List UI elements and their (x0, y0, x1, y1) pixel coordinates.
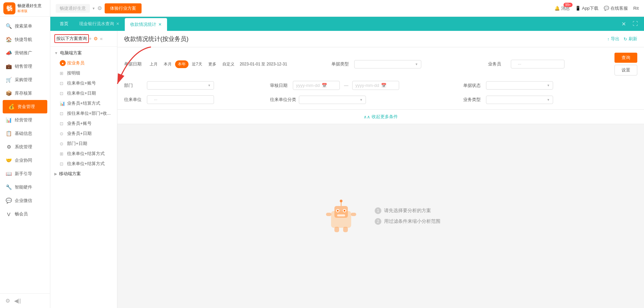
window-maximize-icon[interactable]: ⛶ (631, 21, 640, 27)
scheme-item-by-salesperson[interactable]: ● 按业务员 (50, 58, 117, 68)
scheme-item-salesperson-account[interactable]: ⊡ 业务员+账号 (50, 118, 117, 129)
date-tab-this-year[interactable]: 本年 (175, 60, 189, 68)
tip-1-text: 请先选择要分析的方案 (384, 208, 431, 214)
scheme-item-unit-dept-collection[interactable]: ⊡ 按往来单位+部门+收... (50, 108, 117, 118)
scheme-item-salesperson-settlement[interactable]: 📊 业务员+结算方式 (50, 98, 117, 108)
counterpart-input[interactable]: ··· (147, 95, 214, 104)
date-tab-last-month[interactable]: 上月 (147, 60, 160, 68)
collapse-button[interactable]: ∧∧ 收起更多条件 (364, 114, 398, 120)
date-tab-more[interactable]: 更多 (206, 60, 219, 68)
topbar-right: 🔔 消息 99+ 📱 App下载 💬 在线客服 Rit (554, 5, 639, 11)
biz-type-label: 业务类型 (463, 97, 483, 103)
dept-select[interactable]: ▾ (147, 81, 214, 90)
sidebar-item-sales[interactable]: 💼 销售管理 (0, 60, 50, 73)
filter-voucher-status-item: 单据状态 ▾ (463, 81, 604, 90)
salesperson-more-icon[interactable]: ··· (518, 62, 521, 66)
dept-label: 部门 (124, 83, 144, 89)
sidebar-item-guide[interactable]: 📖 新手引导 (0, 167, 50, 181)
sidebar-item-operations[interactable]: 📊 经营管理 (0, 113, 50, 127)
trial-button[interactable]: 体验行业方案 (105, 3, 142, 13)
sidebar-item-corp[interactable]: 🤝 企业协同 (0, 154, 50, 167)
svg-rect-7 (326, 213, 331, 216)
online-service-button[interactable]: 💬 在线客服 (604, 5, 628, 11)
corp-icon: 🤝 (5, 157, 12, 164)
sidebar-bottom: ⚙ ◀|| (0, 293, 50, 308)
logo-area: 畅 畅捷通好生意 标准版 (0, 0, 50, 17)
tab-bank[interactable]: 现金银行流水查询 ✕ (74, 17, 125, 31)
sidebar-item-hardware[interactable]: 🔧 智能硬件 (0, 181, 50, 194)
date-tab-this-month[interactable]: 本月 (161, 60, 174, 68)
settings-icon[interactable]: ⚙ (5, 298, 10, 304)
scheme-add-icon[interactable]: + (89, 36, 92, 41)
window-close-icon[interactable]: ✕ (620, 21, 628, 27)
scheme-item-unit-account[interactable]: ⊡ 往来单位+账号 (50, 78, 117, 88)
review-date-end[interactable]: yyyy-mm-dd 📅 (352, 81, 399, 90)
scheme-item-unit-settlement2[interactable]: ⊡ 往来单位+结算方式 (50, 159, 117, 169)
tab-collection[interactable]: 收款情况统计 ✕ (125, 18, 167, 31)
sidebar-item-system[interactable]: ⚙ 系统管理 (0, 140, 50, 154)
tab-collection-close-icon[interactable]: ✕ (158, 22, 162, 27)
page-actions: ↑ 导出 ↻ 刷新 (607, 36, 638, 46)
topbar-gear-icon[interactable]: ⚙ (97, 5, 102, 11)
sidebar-item-wechat[interactable]: 💬 企业微信 (0, 194, 50, 207)
query-button[interactable]: 查询 (614, 53, 637, 63)
review-date-start[interactable]: yyyy-mm-dd 📅 (293, 81, 340, 90)
sidebar-item-warehouse[interactable]: 📦 库存核算 (0, 87, 50, 100)
active-dot: ● (60, 60, 66, 66)
topbar-arrow-icon[interactable]: ▾ (93, 6, 95, 11)
scheme-item-by-detail[interactable]: ⊞ 按明细 (50, 68, 117, 78)
calendar-start-icon: 📅 (322, 83, 327, 88)
home-icon: 🏠 (5, 36, 12, 43)
app-download-button[interactable]: 📱 App下载 (575, 5, 598, 11)
sidebar-item-basic[interactable]: 📋 基础信息 (0, 127, 50, 140)
sidebar-item-marketing[interactable]: 📣 营销推广 (0, 46, 50, 60)
refresh-button[interactable]: ↻ 刷新 (624, 36, 637, 42)
salesperson-account-icon: ⊡ (60, 121, 65, 126)
scheme-gear-icon[interactable]: ⚙ (94, 36, 98, 41)
sidebar-item-purchase[interactable]: 🛒 采购管理 (0, 73, 50, 87)
dept-date-icon: ⊙ (60, 141, 65, 146)
counterpart-type-select[interactable]: ▾ (299, 96, 366, 104)
tab-bank-close-icon[interactable]: ✕ (116, 21, 119, 26)
message-button[interactable]: 🔔 消息 99+ (554, 5, 570, 11)
scheme-item-unit-settlement1[interactable]: ⊞ 往来单位+结算方式 (50, 149, 117, 159)
empty-state: 1 请先选择要分析的方案 2 用过滤条件来缩小分析范围 (117, 124, 644, 308)
svg-rect-9 (334, 227, 339, 232)
counterpart-type-label: 往来单位分类 (270, 97, 296, 103)
user-label[interactable]: Rit (633, 6, 639, 11)
salesperson-select[interactable]: ··· (511, 60, 565, 68)
biz-type-select[interactable]: ▾ (486, 96, 553, 104)
member-icon: V (5, 211, 12, 217)
scheme-group-mobile-header[interactable]: ▶ 移动端方案 (50, 169, 117, 179)
svg-rect-8 (351, 213, 356, 216)
sidebar-item-shortcut[interactable]: 🏠 快捷导航 (0, 33, 50, 46)
voucher-status-select[interactable]: ▾ (486, 81, 553, 90)
dept-arrow-icon: ▾ (208, 83, 210, 88)
sidebar-item-member[interactable]: V 畅会员 (0, 207, 50, 221)
date-range-display: 2023-01-01 至 2023-12-31 (240, 61, 287, 67)
counterpart-more-icon[interactable]: ··· (154, 97, 157, 102)
scheme-item-unit-date[interactable]: ⊡ 往来单位+日期 (50, 88, 117, 98)
sidebar-item-finance[interactable]: 💰 资金管理 (3, 100, 47, 113)
hardware-icon: 🔧 (5, 184, 12, 191)
purchase-icon: 🛒 (5, 76, 12, 83)
filter-salesperson-item: 业务员 ··· (488, 60, 609, 68)
scheme-panel: 按以下方案查询 + ⚙ « ▼ 电脑端方案 (50, 31, 117, 308)
svg-rect-10 (343, 227, 348, 232)
tab-home[interactable]: 首页 (54, 17, 74, 31)
date-tab-custom[interactable]: 自定义 (220, 60, 237, 68)
sidebar-collapse-icon[interactable]: ◀|| (14, 298, 21, 304)
export-button[interactable]: ↑ 导出 (607, 36, 620, 42)
scheme-group-pc-header[interactable]: ▼ 电脑端方案 (50, 48, 117, 58)
calendar-end-icon: 📅 (381, 83, 386, 88)
scheme-collapse-icon[interactable]: « (100, 36, 103, 41)
scheme-item-dept-date[interactable]: ⊙ 部门+日期 (50, 139, 117, 149)
voucher-type-select[interactable]: ▾ (354, 60, 421, 68)
scheme-item-salesperson-date[interactable]: ⊙ 业务员+日期 (50, 129, 117, 139)
filter-counterpart-item: 往来单位 ··· (124, 95, 265, 104)
sidebar-item-search[interactable]: 🔍 搜索菜单 (0, 19, 50, 33)
unit-dept-icon: ⊡ (60, 111, 65, 116)
svg-point-4 (337, 210, 339, 212)
set-button[interactable]: 设置 (614, 65, 637, 75)
date-tab-7days[interactable]: 近7天 (189, 60, 205, 68)
